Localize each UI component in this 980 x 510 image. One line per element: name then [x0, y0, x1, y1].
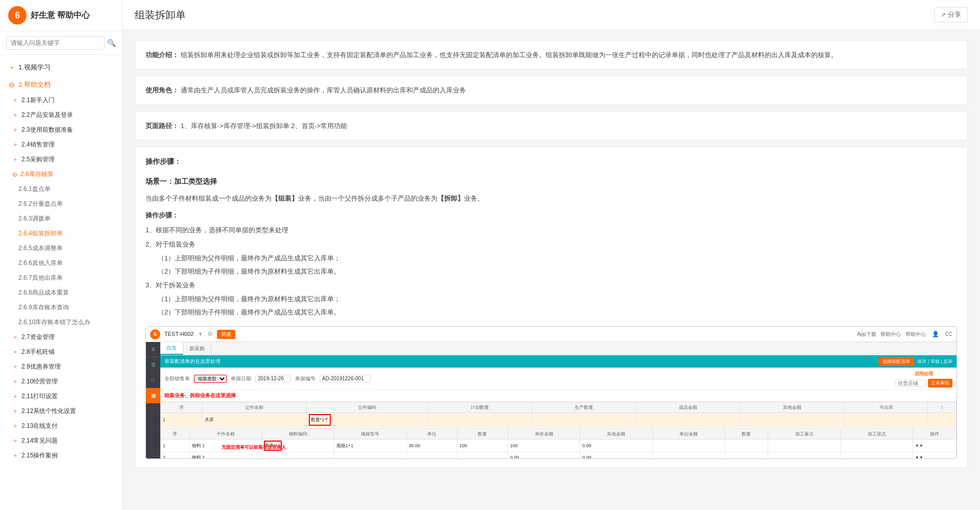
- sidebar-item-coupon[interactable]: ＋ 2.9优惠券管理: [0, 359, 122, 374]
- mock-new-btn[interactable]: 新建: [217, 330, 235, 339]
- plus-icon: ＋: [12, 140, 18, 149]
- mock-td-other: [740, 413, 844, 427]
- mock-td-amt: [636, 413, 740, 427]
- path-card: 页面路径： 1、库存核算->库存管理->组装拆卸单 2、首页->常用功能: [135, 111, 968, 140]
- mock-type-select[interactable]: 组装类型: [194, 375, 227, 383]
- op-steps-card: 操作步骤： 场景一：加工类型选择 当由多个子件材料组装成一个成品的业务为【组装】…: [135, 147, 968, 468]
- plus-icon: ＋: [12, 422, 18, 430]
- plus-icon: ＋: [8, 64, 15, 71]
- mock-header-text: 有装配清单的在这里处理: [164, 357, 220, 366]
- search-box: 🔍: [0, 31, 122, 55]
- sidebar-item-cost-adjust[interactable]: 2.6.5成本调整单: [0, 241, 122, 256]
- mock-td-seq: 1: [161, 413, 203, 427]
- mock-process-area: 启用处理 立采审核: [895, 370, 952, 387]
- mock-sub-th-status: 加工状态: [841, 428, 913, 439]
- sidebar-item-online-pay[interactable]: ＋ 2.13在线支付: [0, 419, 122, 433]
- mock-td-name: 木床: [202, 413, 306, 427]
- sidebar-item-other-out[interactable]: 2.6.7其他出库单: [0, 271, 122, 285]
- sidebar-item-sales[interactable]: ＋ 2.4销售管理: [0, 137, 122, 152]
- mock-th-available: 可出库: [844, 402, 927, 413]
- path-text: 页面路径： 1、库存核算->库存管理->组装拆卸单 2、首页->常用功能: [145, 120, 957, 132]
- plus-icon: ＋: [12, 126, 18, 134]
- sidebar-item-print[interactable]: ＋ 2.11打印设置: [0, 389, 122, 404]
- mock-th-seq: 序: [161, 402, 203, 413]
- mock-form-row-1: 全部销售单 组装类型 单据日期 单据编号 启用处理: [160, 368, 957, 390]
- mock-down-icon: ▼: [198, 329, 203, 339]
- mock-td-plan-qty: [428, 413, 532, 427]
- mock-th-qty: 计划数量: [428, 402, 532, 413]
- sidebar-header: 6 好生意 帮助中心: [0, 0, 122, 31]
- mock-th-other-amount: 其他金额: [740, 402, 844, 413]
- plus-icon: ＋: [12, 407, 18, 416]
- mock-select-btn[interactable]: 选择装配清单: [878, 357, 914, 366]
- mock-no-label: 单据编号: [295, 374, 315, 383]
- plus-icon: ＋: [12, 377, 18, 386]
- sidebar-item-ops[interactable]: ＋ 2.10经营管理: [0, 374, 122, 389]
- mock-action-labels: 保存 | 审核 | 反审: [917, 357, 952, 366]
- sidebar-item-customize[interactable]: ＋ 2.12系统个性化设置: [0, 404, 122, 419]
- mock-type-label: 全部销售单: [164, 374, 190, 383]
- mock-app-bar: 6 TEST-H002 ▼ ⚙ 新建 App下载 帮助中心 帮助中心 👤 CC: [146, 327, 957, 342]
- sidebar-item-cases[interactable]: ＋ 2.15操作案例: [0, 448, 122, 463]
- mock-settings-icon: ⚙: [207, 329, 213, 340]
- nav-section-1: ＋ 1.视频学习: [0, 59, 122, 76]
- sidebar-item-ledger-fix[interactable]: 2.6.10库存账本错了怎么办: [0, 315, 122, 330]
- sidebar-item-partial-stocktake[interactable]: 2.6.2分量盘点单: [0, 197, 122, 211]
- mock-supplier-input[interactable]: [895, 379, 926, 387]
- op-steps-sub-label: 操作步骤：: [145, 209, 957, 221]
- mock-sub-th-unit: 单位: [406, 428, 457, 439]
- search-input[interactable]: [6, 36, 105, 50]
- sidebar-item-purchase[interactable]: ＋ 2.5采购管理: [0, 152, 122, 167]
- sidebar-item-beginner[interactable]: ＋ 2.1新手入门: [0, 93, 122, 108]
- main-header: 组装拆卸单 ↗ 分享: [122, 0, 980, 30]
- sidebar-item-label: 1.视频学习: [18, 63, 51, 72]
- mock-sidebar-icon-active: ▦: [146, 388, 160, 403]
- mock-sub-th-child-name: 子件名称: [189, 428, 262, 439]
- sidebar-item-stocktake[interactable]: 2.6.1盘点单: [0, 182, 122, 197]
- mock-date-input[interactable]: [255, 375, 291, 382]
- mock-code-highlight: 数量*1个: [309, 414, 331, 425]
- sidebar-item-faq[interactable]: ＋ 2.14常见问题: [0, 433, 122, 448]
- mock-td-avail: [844, 413, 927, 427]
- mock-td-code: 数量*1个: [306, 413, 428, 427]
- mock-th-amount: 成品金额: [636, 402, 740, 413]
- sidebar-item-video-learning[interactable]: ＋ 1.视频学习: [0, 59, 122, 76]
- mock-tab-purchase[interactable]: 新采购: [183, 342, 211, 355]
- mock-sub-th-unit-amt: 单位金额: [652, 428, 725, 439]
- mock-th-prod-qty: 生产数量: [532, 402, 636, 413]
- page-title: 组装拆卸单: [135, 8, 186, 22]
- mock-th-parent-name: 父件名称: [202, 402, 306, 413]
- sidebar-item-install[interactable]: ＋ 2.2产品安装及登录: [0, 108, 122, 123]
- share-button[interactable]: ↗ 分享: [934, 7, 968, 22]
- mock-tab-self[interactable]: 自营: [160, 342, 183, 355]
- search-button[interactable]: 🔍: [107, 39, 116, 47]
- mock-no-input[interactable]: [320, 375, 371, 382]
- func-intro-card: 功能介绍： 组装拆卸单用来处理企业组装或拆卸等加工业务，支持有固定装配清单的产品…: [135, 40, 968, 69]
- mock-nav-help: App下载 帮助中心 帮助中心: [857, 330, 925, 339]
- screenshot-inner: 6 TEST-H002 ▼ ⚙ 新建 App下载 帮助中心 帮助中心 👤 CC: [146, 327, 957, 458]
- mock-date-label: 单据日期: [231, 374, 251, 383]
- sidebar-item-finance[interactable]: ＋ 2.7资金管理: [0, 330, 122, 345]
- plus-icon: ＋: [12, 348, 18, 356]
- sidebar-item-assembly[interactable]: 2.6.4组装拆卸单: [0, 226, 122, 241]
- sidebar-item-transfer[interactable]: 2.6.3调拨单: [0, 211, 122, 226]
- sidebar-item-data-prep[interactable]: ＋ 2.3使用前数据准备: [0, 123, 122, 137]
- main-body: 功能介绍： 组装拆卸单用来处理企业组装或拆卸等加工业务，支持有固定装配清单的产品…: [122, 30, 980, 510]
- mock-process-label: 启用处理: [915, 370, 933, 378]
- mock-sidebar: ≡ ☰ □ ▦: [146, 342, 160, 458]
- sidebar-item-inventory[interactable]: ⊖ 2.6库存核算: [0, 167, 122, 182]
- sidebar-item-help-docs[interactable]: ⊖ 2.帮助文档: [0, 77, 122, 93]
- mock-confirm-btn[interactable]: 立采审核: [928, 379, 952, 387]
- main-area: 组装拆卸单 ↗ 分享 功能介绍： 组装拆卸单用来处理企业组装或拆卸等加工业务，支…: [122, 0, 980, 510]
- sidebar-item-ledger-query[interactable]: 2.6.9库存账本查询: [0, 300, 122, 315]
- sidebar-item-cost-recalc[interactable]: 2.6.8商品成本重算: [0, 285, 122, 300]
- plus-icon: ＋: [12, 362, 18, 371]
- mock-sub-th-price: 单价金额: [508, 428, 580, 439]
- screenshot-area: 6 TEST-H002 ▼ ⚙ 新建 App下载 帮助中心 帮助中心 👤 CC: [145, 326, 957, 459]
- plus-icon: ＋: [12, 451, 18, 460]
- mock-sub-th-act: 操作: [913, 428, 956, 439]
- sidebar-item-other-in[interactable]: 2.6.6其他入库单: [0, 256, 122, 271]
- mock-id: TEST-H002: [164, 329, 193, 339]
- sidebar-item-mobile[interactable]: ＋ 2.8手机旺铺: [0, 345, 122, 359]
- plus-icon: ＋: [12, 392, 18, 401]
